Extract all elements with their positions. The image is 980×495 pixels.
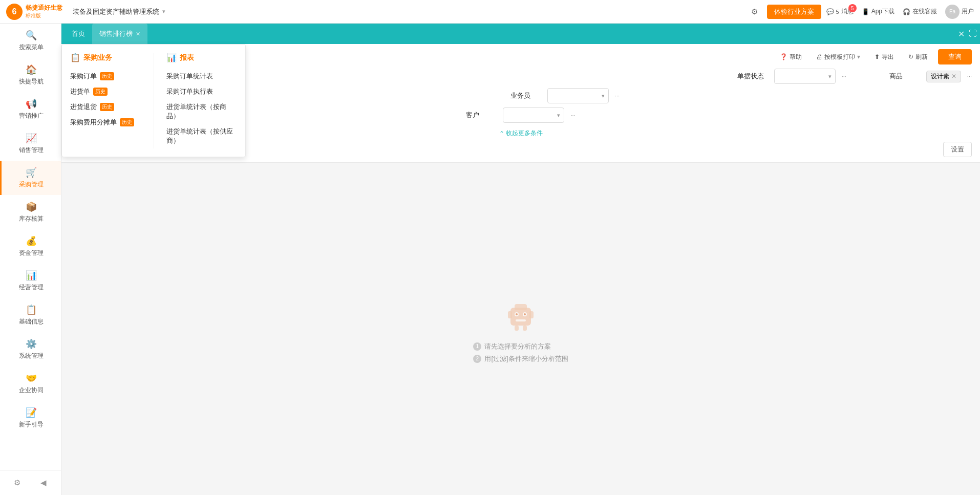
menu-item-purchase-return[interactable]: 进货退货 历史 <box>70 99 141 115</box>
user-item[interactable]: Ea 用户 <box>945 5 974 19</box>
sidebar-item-operations[interactable]: 📊 经营管理 <box>0 264 61 298</box>
logo-text: 畅捷通好生意 标准版 <box>26 4 62 19</box>
customer-select[interactable] <box>503 107 564 123</box>
svg-rect-9 <box>515 326 519 331</box>
salesman-select[interactable] <box>547 88 609 103</box>
menu-report-column: 📊 报表 采购订单统计表 采购订单执行表 进货单统计表（按商品） 进货单统计表（… <box>166 53 238 148</box>
menu-item-report-0[interactable]: 采购订单统计表 <box>166 69 238 84</box>
help-btn[interactable]: ❓ 帮助 <box>776 51 806 63</box>
sidebar-item-inventory[interactable]: 📦 库存核算 <box>0 195 61 229</box>
refresh-icon: ↻ <box>908 53 913 60</box>
goods-tag: 设计素 ✕ <box>926 71 961 82</box>
system-settings-icon[interactable]: ⚙ <box>748 5 762 19</box>
sidebar-item-search[interactable]: 🔍 搜索菜单 <box>0 24 61 58</box>
svg-rect-1 <box>515 304 527 310</box>
settings-row-btn[interactable]: 设置 <box>943 142 972 157</box>
collapse-chevron-icon: ⌃ <box>499 130 504 137</box>
collapse-btn[interactable]: ⌃ 收起更多条件 <box>499 129 543 138</box>
tab-bar-right: ✕ ⛶ <box>958 29 977 39</box>
menu-item-purchase-expense[interactable]: 采购费用分摊单 历史 <box>70 115 141 130</box>
inventory-icon: 📦 <box>26 201 37 212</box>
trial-btn[interactable]: 体验行业方案 <box>767 5 821 19</box>
history-badge-1[interactable]: 历史 <box>93 88 108 96</box>
purchase-column-icon: 📋 <box>70 53 80 62</box>
marketing-icon: 📢 <box>26 98 37 110</box>
sidebar-settings-btn[interactable]: ⚙ <box>9 475 26 491</box>
salesman-select-wrap <box>547 88 609 103</box>
app-download-item[interactable]: 📱 App下载 <box>862 7 894 16</box>
menu-divider <box>154 53 154 148</box>
system-title-arrow[interactable]: ▾ <box>162 8 165 15</box>
svg-point-4 <box>516 313 518 315</box>
header-right: 💬 5 5 消息 📱 App下载 🎧 在线客服 Ea 用户 <box>826 5 974 19</box>
order-status-select-wrap <box>774 69 836 84</box>
tab-sales-rank[interactable]: 销售排行榜 ✕ <box>92 24 147 44</box>
report-column-title: 📊 报表 <box>166 53 238 62</box>
svg-rect-10 <box>523 326 527 331</box>
order-status-select[interactable] <box>774 69 836 84</box>
phone-icon: 📱 <box>862 8 869 15</box>
sidebar-item-collab[interactable]: 🤝 企业协同 <box>0 367 61 401</box>
empty-tip-1: 1 请先选择要分析的方案 <box>473 342 568 351</box>
tab-home[interactable]: 首页 <box>65 24 92 44</box>
goods-tag-close[interactable]: ✕ <box>951 73 956 80</box>
basic-icon: 📋 <box>26 304 37 315</box>
svg-rect-0 <box>510 308 531 326</box>
salesman-more-btn[interactable]: ··· <box>615 93 620 99</box>
avatar: Ea <box>945 5 960 19</box>
sidebar-item-basic[interactable]: 📋 基础信息 <box>0 298 61 332</box>
empty-tip-2: 2 用[过滤]条件来缩小分析范围 <box>473 354 568 363</box>
svg-rect-6 <box>516 319 526 321</box>
tab-close-icon[interactable]: ✕ <box>136 31 140 37</box>
print-icon: 🖨 <box>816 53 822 60</box>
print-dropdown-icon[interactable]: ▾ <box>857 53 860 60</box>
empty-state: 1 请先选择要分析的方案 2 用[过滤]条件来缩小分析范围 <box>61 163 980 495</box>
sidebar-item-sales[interactable]: 📈 销售管理 <box>0 126 61 161</box>
sidebar-item-guide[interactable]: 📝 新手引导 <box>0 401 61 435</box>
purchase-icon: 🛒 <box>26 167 37 178</box>
history-badge-0[interactable]: 历史 <box>100 72 114 80</box>
tab-close-window-btn[interactable]: ✕ <box>958 29 965 39</box>
dropdown-menu: 📋 采购业务 采购订单 历史 进货单 历史 进货退货 历史 采购费用分摊单 历史… <box>61 44 246 157</box>
empty-state-icon <box>500 295 541 336</box>
report-column-icon: 📊 <box>166 53 177 62</box>
notification-icon: 💬 <box>826 8 834 15</box>
customer-select-wrap <box>503 107 564 123</box>
headset-icon: 🎧 <box>903 8 910 15</box>
menu-item-report-2[interactable]: 进货单统计表（按商品） <box>166 99 238 124</box>
guide-icon: 📝 <box>26 407 37 418</box>
menu-item-purchase-order[interactable]: 采购订单 历史 <box>70 69 141 84</box>
logo-icon: 6 <box>6 4 23 20</box>
system-icon: ⚙️ <box>26 338 37 350</box>
sidebar-item-system[interactable]: ⚙️ 系统管理 <box>0 332 61 367</box>
sidebar-item-purchase[interactable]: 🛒 采购管理 <box>0 161 61 195</box>
sidebar-item-nav[interactable]: 🏠 快捷导航 <box>0 58 61 92</box>
finance-icon: 💰 <box>26 235 37 247</box>
order-status-more-btn[interactable]: ··· <box>842 73 846 79</box>
refresh-btn[interactable]: ↻ 刷新 <box>904 51 932 63</box>
tab-maximize-btn[interactable]: ⛶ <box>969 29 977 38</box>
sidebar-item-marketing[interactable]: 📢 营销推广 <box>0 92 61 126</box>
sales-icon: 📈 <box>26 133 37 144</box>
menu-item-report-1[interactable]: 采购订单执行表 <box>166 84 238 99</box>
history-badge-2[interactable]: 历史 <box>100 103 114 111</box>
menu-purchase-column: 📋 采购业务 采购订单 历史 进货单 历史 进货退货 历史 采购费用分摊单 历史 <box>70 53 141 148</box>
history-badge-3[interactable]: 历史 <box>120 118 134 126</box>
print-btn[interactable]: 🖨 按模板打印 ▾ <box>812 51 864 63</box>
sidebar-item-finance[interactable]: 💰 资金管理 <box>0 229 61 264</box>
export-btn[interactable]: ⬆ 导出 <box>870 51 898 63</box>
svg-point-5 <box>524 313 526 315</box>
goods-more-btn[interactable]: ··· <box>967 73 972 79</box>
query-btn[interactable]: 查询 <box>938 49 972 64</box>
empty-tips: 1 请先选择要分析的方案 2 用[过滤]条件来缩小分析范围 <box>473 342 568 363</box>
notification-item[interactable]: 💬 5 5 消息 <box>826 7 854 16</box>
sidebar-collapse-btn[interactable]: ◀ <box>35 475 52 491</box>
tip-num-1: 1 <box>473 342 481 351</box>
order-status-label: 单据状态 <box>737 72 768 81</box>
top-header: 6 畅捷通好生意 标准版 装备及固定资产辅助管理系统 ▾ ⚙ 体验行业方案 💬 … <box>0 0 980 24</box>
svg-rect-8 <box>529 311 534 318</box>
menu-item-purchase-receipt[interactable]: 进货单 历史 <box>70 84 141 99</box>
menu-item-report-3[interactable]: 进货单统计表（按供应商） <box>166 124 238 148</box>
customer-more-btn[interactable]: ··· <box>570 112 575 118</box>
online-service-item[interactable]: 🎧 在线客服 <box>903 7 937 16</box>
